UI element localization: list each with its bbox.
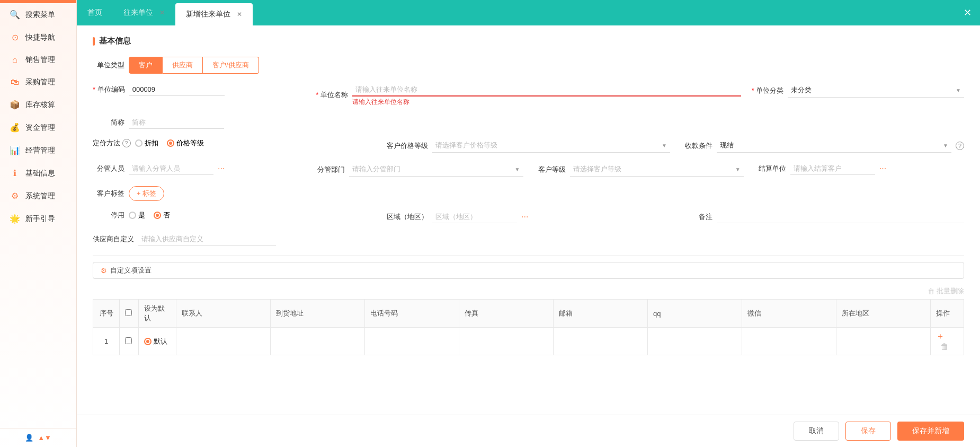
save-new-button[interactable]: 保存并新增 bbox=[897, 422, 964, 441]
sidebar-item-inventory[interactable]: 📦 库存核算 bbox=[0, 93, 76, 116]
unit-btn-customer[interactable]: 客户 bbox=[129, 57, 163, 74]
custom-settings-button[interactable]: ⚙ 自定义项设置 bbox=[93, 262, 964, 279]
unit-btn-both[interactable]: 客户/供应商 bbox=[203, 57, 259, 74]
cancel-button[interactable]: 取消 bbox=[794, 422, 839, 441]
tab-partners[interactable]: 往来单位 ✕ bbox=[113, 0, 175, 25]
user-icon: 👤 bbox=[25, 434, 33, 442]
pricing-method-label: 定价方法 ? bbox=[93, 138, 131, 148]
gear-icon: ⚙ bbox=[101, 267, 107, 275]
sidebar-item-basic-info[interactable]: ℹ 基础信息 bbox=[0, 162, 76, 185]
row-phone-input[interactable] bbox=[370, 337, 453, 345]
unit-type-label: 单位类型 bbox=[93, 60, 124, 70]
sidebar-item-search[interactable]: 🔍 搜索菜单 bbox=[0, 3, 76, 26]
col-email: 邮箱 bbox=[554, 300, 648, 328]
quick-nav-icon: ⊙ bbox=[10, 32, 20, 42]
row-checkbox[interactable] bbox=[125, 337, 132, 344]
row-fax bbox=[459, 328, 554, 355]
payment-terms-help-icon[interactable]: ? bbox=[956, 142, 964, 150]
customer-price-level-field: 客户价格等级 请选择客户价格等级 ▼ bbox=[387, 138, 670, 153]
supplier-custom-field: 供应商自定义 bbox=[93, 233, 964, 246]
remark-label: 备注 bbox=[681, 212, 712, 222]
settlement-unit-input[interactable] bbox=[790, 162, 875, 175]
pricing-radio-level-label: 价格等级 bbox=[176, 138, 204, 148]
region-field: 区域（地区） ··· bbox=[387, 211, 670, 223]
close-all-button[interactable]: ✕ bbox=[955, 0, 980, 25]
contacts-table: 序号 设为默认 联系人 到货地址 电话号码 传真 邮箱 qq 微信 所在地区 操… bbox=[93, 299, 964, 355]
department-select[interactable]: 请输入分管部门 ▼ bbox=[349, 162, 523, 177]
payment-terms-label: 收款条件 bbox=[681, 141, 712, 151]
tab-new-partner[interactable]: 新增往来单位 ✕ bbox=[175, 3, 253, 25]
short-name-row: 简称 bbox=[93, 116, 964, 129]
disabled-radio-yes[interactable]: 是 bbox=[129, 211, 145, 220]
manager-more-icon[interactable]: ··· bbox=[218, 164, 225, 173]
customer-level-chevron: ▼ bbox=[735, 166, 741, 172]
row-qq bbox=[647, 328, 742, 355]
row-email-input[interactable] bbox=[559, 337, 642, 345]
row-qq-input[interactable] bbox=[653, 337, 736, 345]
unit-name-field: * 单位名称 请输入往来单位名称 bbox=[316, 83, 741, 107]
row-address-input[interactable] bbox=[276, 337, 359, 345]
col-fax: 传真 bbox=[459, 300, 554, 328]
disabled-radio-no[interactable]: 否 bbox=[154, 211, 170, 220]
system-icon: ⚙ bbox=[10, 191, 20, 201]
payment-terms-select[interactable]: 现结 ▼ bbox=[717, 138, 951, 153]
unit-category-select[interactable]: 未分类 ▼ bbox=[788, 83, 964, 98]
remark-input[interactable] bbox=[717, 211, 964, 223]
unit-btn-supplier[interactable]: 供应商 bbox=[163, 57, 203, 74]
row-delete-button[interactable]: 🗑 bbox=[940, 342, 949, 351]
sidebar-item-sales[interactable]: ⌂ 销售管理 bbox=[0, 49, 76, 71]
row-default-radio[interactable]: 默认 bbox=[144, 337, 171, 346]
row-wechat-input[interactable] bbox=[747, 337, 831, 345]
customer-level-value: 请选择客户等级 bbox=[573, 164, 735, 174]
customer-level-select[interactable]: 请选择客户等级 ▼ bbox=[570, 162, 744, 177]
pricing-radio-discount[interactable]: 折扣 bbox=[135, 138, 158, 148]
row-contact-input[interactable] bbox=[182, 337, 265, 345]
supplier-custom-input[interactable] bbox=[138, 233, 276, 246]
row-fax-input[interactable] bbox=[465, 337, 548, 345]
tab-new-partner-close-icon[interactable]: ✕ bbox=[237, 11, 242, 18]
sidebar-label-sales: 销售管理 bbox=[25, 55, 55, 65]
pricing-radio-level[interactable]: 价格等级 bbox=[167, 138, 204, 148]
col-region: 所在地区 bbox=[836, 300, 930, 328]
manager-input[interactable] bbox=[129, 162, 213, 175]
supplier-custom-label: 供应商自定义 bbox=[93, 234, 134, 244]
sidebar-label-system: 系统管理 bbox=[25, 191, 55, 201]
unit-name-input[interactable] bbox=[352, 83, 741, 97]
sidebar-item-operations[interactable]: 📊 经营管理 bbox=[0, 139, 76, 162]
row-add-button[interactable]: ＋ bbox=[936, 331, 945, 340]
sidebar-label-search: 搜索菜单 bbox=[25, 10, 55, 20]
save-button[interactable]: 保存 bbox=[845, 422, 891, 441]
customer-price-level-select[interactable]: 请选择客户价格等级 ▼ bbox=[432, 138, 670, 153]
sidebar-item-purchase[interactable]: 🛍 采购管理 bbox=[0, 71, 76, 93]
row-region-input[interactable] bbox=[842, 337, 925, 345]
region-input[interactable] bbox=[432, 211, 517, 223]
sidebar-item-system[interactable]: ⚙ 系统管理 bbox=[0, 185, 76, 207]
tab-new-partner-label: 新增往来单位 bbox=[186, 10, 230, 19]
customer-price-level-chevron: ▼ bbox=[662, 143, 667, 148]
sales-icon: ⌂ bbox=[10, 55, 20, 65]
sidebar-item-quick-nav[interactable]: ⊙ 快捷导航 bbox=[0, 26, 76, 49]
department-chevron: ▼ bbox=[515, 166, 520, 172]
payment-terms-chevron: ▼ bbox=[943, 143, 948, 148]
region-more-icon[interactable]: ··· bbox=[521, 212, 528, 222]
short-name-input[interactable] bbox=[129, 116, 224, 129]
col-address: 到货地址 bbox=[271, 300, 365, 328]
settlement-unit-more-icon[interactable]: ··· bbox=[879, 164, 886, 173]
sidebar-item-finance[interactable]: 💰 资金管理 bbox=[0, 116, 76, 139]
sidebar: 🔍 搜索菜单 ⊙ 快捷导航 ⌂ 销售管理 🛍 采购管理 📦 库存核算 💰 资金管… bbox=[0, 0, 77, 447]
tab-partners-close-icon[interactable]: ✕ bbox=[159, 9, 165, 16]
unit-code-input[interactable] bbox=[129, 83, 225, 96]
tab-home[interactable]: 首页 bbox=[77, 0, 113, 25]
select-all-checkbox[interactable] bbox=[125, 309, 132, 316]
form-divider bbox=[93, 255, 964, 256]
pricing-method-field: 定价方法 ? 折扣 价格等级 bbox=[93, 138, 376, 148]
sidebar-item-guide[interactable]: 🌟 新手引导 bbox=[0, 207, 76, 230]
basic-info-icon: ℹ bbox=[10, 168, 20, 178]
pricing-help-icon[interactable]: ? bbox=[122, 139, 131, 147]
unit-type-field: 单位类型 客户 供应商 客户/供应商 bbox=[93, 57, 964, 74]
sidebar-label-finance: 资金管理 bbox=[25, 123, 55, 133]
batch-delete-button[interactable]: 🗑 批量删除 bbox=[928, 286, 964, 296]
tab-home-label: 首页 bbox=[87, 8, 102, 17]
add-tag-button[interactable]: + 标签 bbox=[129, 186, 164, 201]
bottom-action-bar: 取消 保存 保存并新增 bbox=[77, 415, 980, 447]
